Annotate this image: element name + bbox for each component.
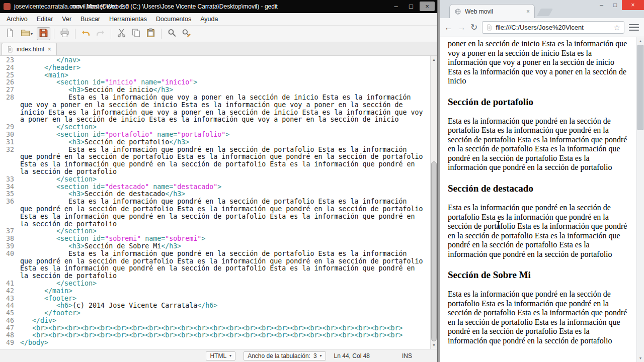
chevron-down-icon: ▾ — [229, 353, 231, 358]
tab-index-html[interactable]: index.html × — [2, 43, 57, 55]
code-row: 24 </header> — [1, 64, 430, 72]
forward-button[interactable]: → — [457, 23, 466, 32]
paste-icon — [146, 28, 155, 40]
code-row: 45 </footer> — [1, 310, 430, 317]
close-button[interactable]: × — [622, 0, 644, 10]
cursor-position: Ln 44, Col 48 — [334, 352, 370, 359]
code-row: 39 <h3>Sección de Sobre Mi</h3> — [1, 243, 430, 250]
cut-button[interactable] — [115, 27, 128, 40]
back-button[interactable]: ← — [444, 23, 453, 32]
editor-scrollbar-thumb[interactable] — [431, 161, 437, 341]
menu-herramientas[interactable]: Herramientas — [105, 14, 151, 24]
open-folder-button[interactable]: ▾ — [18, 27, 36, 40]
browser-window-controls: – □ × — [595, 0, 644, 10]
menu-hamburger-icon[interactable] — [629, 24, 640, 31]
bookmark-star-icon[interactable]: ☆ — [614, 23, 620, 32]
line-number — [1, 206, 14, 213]
code-row: 34 <section id="destacado" name="destaca… — [1, 184, 430, 191]
code-row: que pondré en la sección de portafolio E… — [1, 206, 430, 213]
new-tab-button[interactable] — [537, 9, 553, 16]
reload-button[interactable]: ↻ — [470, 23, 477, 32]
menu-editar[interactable]: Editar — [32, 14, 58, 24]
address-bar[interactable]: file:///C:/Users/Jose%20Vicent ☆ — [482, 21, 624, 34]
browser-titlebar[interactable]: – □ × Web movil × — [440, 0, 644, 18]
app-icon — [4, 3, 11, 10]
language-dropdown[interactable]: HTML ▾ — [206, 351, 235, 360]
browser-tab[interactable]: Web movil × — [449, 4, 535, 18]
redo-button[interactable] — [94, 27, 107, 40]
page-icon — [486, 24, 493, 31]
code-row: la sección de portafolio — [1, 221, 430, 228]
tab-width-value: 3 — [313, 352, 317, 359]
language-value: HTML — [210, 352, 226, 359]
maximize-button[interactable]: □ — [608, 0, 622, 10]
scroll-down-icon[interactable]: ▼ — [431, 342, 437, 348]
menu-ver[interactable]: Ver — [57, 14, 76, 24]
new-file-button[interactable] — [3, 27, 17, 40]
minimize-button[interactable]: – — [389, 2, 403, 11]
scroll-down-icon[interactable]: ▼ — [637, 355, 644, 361]
code-row: Esta es la información que pondré en la … — [1, 265, 430, 273]
line-number: 41 — [1, 280, 14, 288]
menu-ayuda[interactable]: Ayuda — [196, 14, 222, 24]
code-row: la sección de portafolio — [1, 273, 430, 280]
code-area[interactable]: 23 </nav>24 </header>25 <main>26 <sectio… — [0, 56, 430, 349]
menu-archivo[interactable]: Archivo — [2, 14, 32, 24]
line-number — [1, 221, 14, 228]
menu-documentos[interactable]: Documentos — [151, 14, 196, 24]
tab-close-icon[interactable]: × — [526, 8, 530, 15]
code-row: 33 </section> — [1, 176, 430, 184]
tab-close-icon[interactable]: × — [47, 46, 52, 53]
line-number: 42 — [1, 288, 14, 295]
gedit-window: josevicentecarratala.com - Master Web 2.… — [0, 0, 438, 362]
line-number — [1, 116, 14, 124]
browser-scrollbar-thumb[interactable] — [637, 45, 643, 130]
copy-button[interactable] — [129, 27, 143, 40]
scroll-up-icon[interactable]: ▲ — [637, 38, 644, 44]
line-number: 49 — [1, 339, 14, 347]
code-row: 44 <h6>(c) 2014 Jose Vicente Carratala</… — [1, 302, 430, 310]
code-row: 30 <section id="portafolio" name="portaf… — [1, 131, 430, 139]
code-row: 36 Esta es la información que pondré en … — [1, 198, 430, 206]
scroll-up-icon[interactable]: ▲ — [431, 56, 437, 63]
code-row: la sección de portafolio — [1, 168, 430, 176]
gedit-tabbar: index.html × — [0, 42, 437, 56]
undo-button[interactable] — [79, 27, 93, 40]
code-row: 28 Esta es la información que voy a pone… — [1, 94, 430, 102]
code-row: que pondré en la sección de portafolio E… — [1, 258, 430, 265]
insert-mode-indicator: INS — [402, 352, 412, 359]
minimize-button[interactable]: – — [595, 0, 608, 10]
editor-scrollbar[interactable]: ▲ ▼ — [430, 56, 437, 349]
replace-button[interactable] — [180, 27, 193, 40]
maximize-button[interactable]: □ — [405, 2, 418, 11]
close-button[interactable]: × — [420, 2, 435, 11]
line-number: 46 — [1, 317, 14, 325]
line-number — [1, 273, 14, 280]
tab-width-dropdown[interactable]: Ancho de la tabulación: 3 ▾ — [244, 351, 326, 360]
print-button[interactable] — [58, 27, 71, 40]
line-number: 31 — [1, 139, 14, 146]
save-icon — [39, 28, 48, 40]
menu-buscar[interactable]: Buscar — [76, 14, 105, 24]
gedit-titlebar[interactable]: josevicentecarratala.com - Master Web 2.… — [0, 0, 437, 13]
find-button[interactable] — [165, 27, 179, 40]
code-row: 26 <section id="inicio" name="inicio"> — [1, 79, 430, 86]
line-number: 30 — [1, 131, 14, 139]
line-number: 34 — [1, 184, 14, 191]
address-url[interactable]: file:///C:/Users/Jose%20Vicent — [496, 24, 610, 31]
open-folder-icon — [21, 28, 30, 40]
code-row: 38 <section id="sobremi" name="sobremi"> — [1, 235, 430, 243]
gedit-menubar: ArchivoEditarVerBuscarHerramientasDocume… — [0, 13, 437, 26]
toolbar-separator — [54, 29, 54, 39]
chevron-down-icon: ▾ — [31, 32, 33, 36]
save-button[interactable] — [37, 27, 50, 40]
paragraph-inicio-partial: poner en la sección de inicio Esta es la… — [448, 39, 627, 86]
line-number: 44 — [1, 302, 14, 310]
line-number: 32 — [1, 146, 14, 154]
paste-button[interactable] — [144, 27, 157, 40]
section-paragraph: Esta es la información que pondré en la … — [448, 203, 627, 259]
code-row: Esta es la información que pondré en la … — [1, 213, 430, 221]
browser-toolbar: ← → ↻ file:///C:/Users/Jose%20Vicent ☆ — [440, 18, 644, 37]
new-file-icon — [5, 28, 15, 40]
browser-scrollbar[interactable]: ▲ ▼ — [636, 37, 644, 362]
